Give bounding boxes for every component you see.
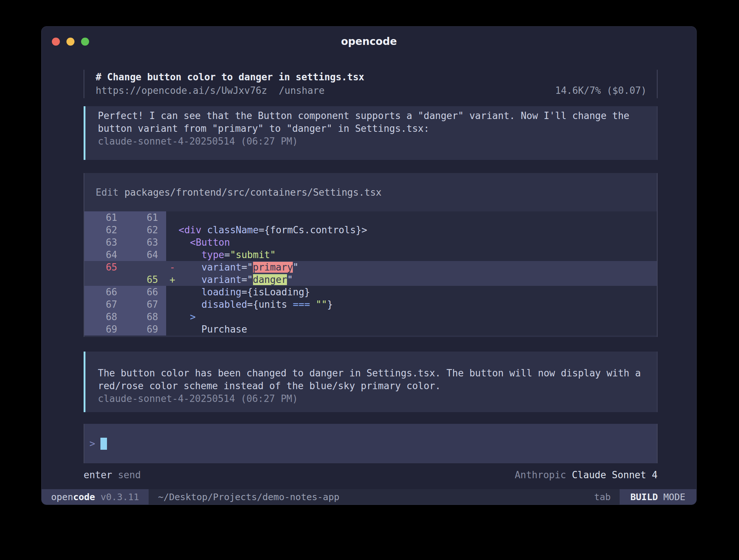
- old-line-number: 62: [84, 224, 125, 236]
- code-token: <Button: [190, 237, 230, 248]
- old-line-number: 69: [84, 323, 125, 335]
- diff-row: 6363 <Button: [84, 236, 657, 249]
- assistant-message-text: Perfect! I can see that the Button compo…: [98, 110, 644, 135]
- model-indicator: Anthropic Claude Sonnet 4: [515, 469, 658, 480]
- diff-code-line: variant="danger": [179, 273, 657, 286]
- code-token: }: [327, 299, 333, 310]
- code-token: >: [190, 311, 196, 322]
- code-token: variant: [202, 262, 242, 273]
- new-line-number: 64: [125, 249, 166, 261]
- app-version: v0.3.11: [100, 492, 139, 502]
- mode-suffix: MODE: [663, 492, 685, 502]
- code-token: variant: [202, 274, 242, 285]
- code-token: [179, 311, 190, 322]
- assistant-message: The button color has been changed to dan…: [84, 352, 658, 412]
- code-token: =: [224, 249, 230, 260]
- diff-row: 6666 loading={isLoading}: [84, 286, 657, 298]
- diff-code-line: loading={isLoading}: [179, 286, 657, 298]
- edit-file-path: packages/frontend/src/containers/Setting…: [125, 187, 382, 198]
- edit-tool-header: Editpackages/frontend/src/containers/Set…: [84, 173, 657, 211]
- session-title: # Change button color to danger in setti…: [96, 70, 647, 84]
- old-line-number: 61: [84, 211, 125, 224]
- prompt-input[interactable]: >: [84, 424, 658, 463]
- diff-row: 6464 type="submit": [84, 249, 657, 261]
- diff-marker: [166, 224, 179, 236]
- diff-row: 65+ variant="danger": [84, 273, 657, 286]
- model-timestamp: claude-sonnet-4-20250514 (06:27 PM): [98, 392, 644, 405]
- hint-row: enter send Anthropic Claude Sonnet 4: [84, 469, 658, 480]
- code-token: type: [202, 249, 225, 260]
- new-line-number: 62: [125, 224, 166, 236]
- model-timestamp: claude-sonnet-4-20250514 (06:27 PM): [98, 135, 644, 148]
- new-line-number: 63: [125, 236, 166, 249]
- code-token: =": [241, 262, 253, 273]
- assistant-message: Perfect! I can see that the Button compo…: [84, 106, 658, 160]
- diff-code-line: Purchase: [179, 323, 657, 335]
- code-token: ===: [293, 299, 310, 310]
- new-line-number: 66: [125, 286, 166, 298]
- session-header: # Change button color to danger in setti…: [84, 70, 658, 98]
- diff-code-line: [179, 211, 657, 224]
- diff-marker: [166, 211, 179, 224]
- new-line-number: 68: [125, 311, 166, 323]
- opencode-window: opencode # Change button color to danger…: [41, 26, 697, 505]
- provider-name: Anthropic: [515, 469, 566, 480]
- share-url[interactable]: https://opencode.ai/s/UwJxv76z: [96, 85, 267, 96]
- enter-key-label: enter: [84, 469, 112, 480]
- code-token: "submit": [230, 249, 276, 260]
- app-name-left: open: [51, 492, 73, 502]
- working-directory: ~/Desktop/Projects/demo-notes-app: [158, 492, 340, 502]
- diff-marker: -: [166, 261, 179, 273]
- diff-marker: +: [166, 273, 179, 286]
- mode-name: BUILD: [631, 492, 658, 502]
- text-cursor: [100, 438, 107, 450]
- diff-marker: [166, 298, 179, 311]
- diff-marker: [166, 286, 179, 298]
- unshare-command[interactable]: /unshare: [279, 85, 325, 96]
- window-title: opencode: [42, 35, 696, 47]
- diff-code-line: <div className={formCs.controls}>: [179, 224, 657, 236]
- code-token: ={formCs.controls}>: [259, 225, 367, 235]
- code-token: disabled: [202, 299, 247, 310]
- diff-code-line: variant="primary": [179, 261, 657, 273]
- code-token: danger: [253, 274, 287, 285]
- code-token: <div: [179, 225, 207, 235]
- new-line-number: 69: [125, 323, 166, 335]
- old-line-number: 63: [84, 236, 125, 249]
- code-token: [179, 249, 202, 260]
- old-line-number: [84, 273, 125, 286]
- code-token: Purchase: [179, 324, 247, 335]
- new-line-number: [125, 261, 166, 273]
- code-token: [310, 299, 316, 310]
- title-bar: opencode: [42, 27, 696, 54]
- mode-segment[interactable]: BUILDMODE: [620, 489, 696, 505]
- code-token: primary: [253, 262, 293, 273]
- code-token: ={isLoading}: [241, 287, 310, 298]
- status-bar: opencodev0.3.11 ~/Desktop/Projects/demo-…: [42, 489, 696, 505]
- diff-marker: [166, 323, 179, 335]
- model-name: Claude Sonnet 4: [572, 469, 658, 480]
- diff-code-line: >: [179, 311, 657, 323]
- diff-code-line: <Button: [179, 236, 657, 249]
- old-line-number: 64: [84, 249, 125, 261]
- code-token: [179, 274, 202, 285]
- enter-hint: enter send: [84, 469, 141, 480]
- edit-tool-block: Editpackages/frontend/src/containers/Set…: [84, 173, 658, 337]
- code-token: ": [287, 274, 293, 285]
- token-usage: 14.6K/7% ($0.07): [555, 84, 647, 97]
- tab-key-hint: tab: [594, 492, 610, 502]
- app-version-segment: opencodev0.3.11: [42, 489, 149, 505]
- diff-marker: [166, 249, 179, 261]
- code-token: [179, 237, 190, 248]
- old-line-number: 66: [84, 286, 125, 298]
- code-token: loading: [202, 287, 242, 298]
- code-token: [179, 287, 202, 298]
- diff-row: 6969 Purchase: [84, 323, 657, 335]
- old-line-number: 67: [84, 298, 125, 311]
- edit-tool-label: Edit: [96, 187, 119, 198]
- diff-code-line: disabled={units === ""}: [179, 298, 657, 311]
- code-token: "": [316, 299, 327, 310]
- new-line-number: 65: [125, 273, 166, 286]
- prompt-symbol: >: [89, 438, 95, 449]
- code-token: className: [207, 225, 259, 235]
